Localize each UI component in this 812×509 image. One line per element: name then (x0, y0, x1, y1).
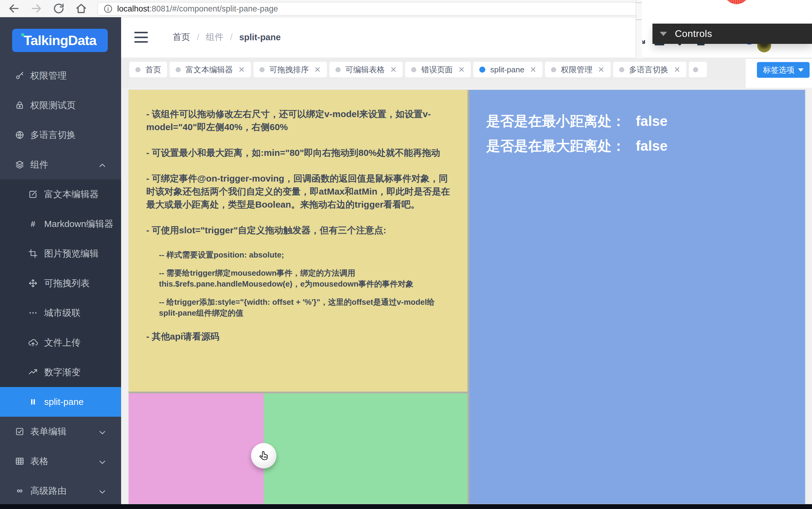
browser-back-icon[interactable] (8, 2, 20, 14)
controls-bar[interactable]: Controls (652, 24, 812, 44)
status-label: 是否是在最大距离处： (486, 138, 625, 154)
tab-dot-icon (479, 67, 485, 73)
sidebar-item-label: 可拖拽列表 (44, 277, 90, 290)
key-icon (14, 70, 25, 81)
sidebar-item-label: 数字渐变 (44, 366, 80, 379)
sidebar-item-表单编辑[interactable]: 表单编辑 (0, 417, 121, 446)
tab-label: 可拖拽排序 (269, 64, 309, 75)
status-label: 是否是在最小距离处： (486, 113, 625, 129)
caret-down-icon (798, 68, 804, 72)
tab-可拖拽排序[interactable]: 可拖拽排序✕ (253, 62, 327, 77)
tab-split-pane[interactable]: split-pane✕ (473, 62, 543, 77)
sidebar-item-label: 组件 (30, 159, 48, 171)
browser-refresh-icon[interactable] (53, 2, 65, 14)
sidebar: TalkingData 权限管理权限测试页多语言切换组件富文本编辑器#Markd… (0, 17, 121, 504)
sidebar-item-Markdown编辑器[interactable]: #Markdown编辑器 (0, 209, 121, 239)
tab-富文本编辑器[interactable]: 富文本编辑器✕ (169, 62, 251, 77)
tab-label: 可编辑表格 (346, 64, 385, 75)
tab-label: split-pane (490, 65, 524, 74)
breadcrumb-current: split-pane (239, 32, 281, 42)
globe-icon (14, 130, 25, 140)
browser-home-icon[interactable] (75, 2, 87, 14)
tab-多语言切换[interactable]: 多语言切换✕ (613, 62, 687, 77)
tab-错误页面[interactable]: 错误页面✕ (405, 62, 471, 77)
overlay-scrollbar[interactable] (636, 0, 642, 58)
split-drag-handle[interactable] (251, 443, 277, 469)
infinity-icon: ∞ (14, 486, 25, 496)
sidebar-nav: 权限管理权限测试页多语言切换组件富文本编辑器#Markdown编辑器图片预览编辑… (0, 61, 121, 506)
sidebar-item-label: 高级路由 (30, 485, 67, 497)
close-icon[interactable]: ✕ (458, 66, 465, 73)
screen: localhost:8081/#/component/split-pane-pa… (0, 0, 812, 509)
sidebar-item-label: 表格 (30, 455, 48, 468)
lock-icon (14, 100, 25, 110)
move-icon (28, 278, 38, 289)
close-icon[interactable]: ✕ (674, 66, 681, 73)
sidebar-item-组件[interactable]: 组件 (0, 150, 121, 179)
sidebar-item-多语言切换[interactable]: 多语言切换 (0, 120, 121, 150)
tab-dot-icon (693, 67, 698, 72)
tab-dot-icon (175, 67, 181, 72)
close-icon[interactable]: ✕ (314, 66, 321, 73)
doc-pane: - 该组件可以拖动修改左右尺寸，还可以绑定v-model来设置，如设置v-mod… (129, 90, 467, 392)
crop-icon (28, 248, 38, 259)
breadcrumb-component[interactable]: 组件 (206, 31, 223, 43)
tab-label: 错误页面 (421, 64, 453, 75)
tab-label: 多语言切换 (629, 64, 669, 75)
sidebar-item-表格[interactable]: 表格 (0, 446, 121, 476)
sidebar-item-权限测试页[interactable]: 权限测试页 (0, 91, 121, 120)
chevron-down-icon (97, 457, 105, 465)
url-text: localhost:8081/#/component/split-pane-pa… (117, 4, 278, 13)
sidebar-item-数字渐变[interactable]: 数字渐变 (0, 358, 121, 387)
svg-text:#: # (31, 219, 35, 229)
hamburger-menu-icon[interactable] (134, 32, 148, 43)
bottom-edge (0, 504, 812, 509)
tab-options-panel: 标签选项 (746, 59, 812, 88)
sidebar-item-label: 权限管理 (30, 70, 67, 82)
close-icon[interactable]: ✕ (598, 66, 605, 73)
sidebar-item-权限管理[interactable]: 权限管理 (0, 61, 121, 91)
disclosure-triangle-icon[interactable] (660, 32, 667, 36)
tab-dot-icon (259, 67, 265, 72)
overlay-panel (642, 0, 812, 24)
breadcrumb: 首页 / 组件 / split-pane (172, 17, 281, 58)
tab-label: 富文本编辑器 (186, 64, 233, 75)
scrollbar[interactable] (806, 88, 812, 504)
tab-dot-icon (551, 67, 556, 72)
sidebar-item-label: Markdown编辑器 (44, 218, 113, 230)
tab-权限管理[interactable]: 权限管理✕ (545, 62, 611, 77)
sidebar-item-图片预览编辑[interactable]: 图片预览编辑 (0, 239, 121, 268)
sidebar-item-label: 表单编辑 (30, 426, 67, 438)
close-icon[interactable]: ✕ (390, 66, 397, 73)
browser-forward-icon[interactable] (30, 2, 42, 14)
breadcrumb-home[interactable]: 首页 (172, 31, 190, 43)
pause-icon (28, 397, 38, 407)
tab-可编辑表格[interactable]: 可编辑表格✕ (329, 62, 403, 77)
doc-paragraph: - 该组件可以拖动修改左右尺寸，还可以绑定v-model来设置，如设置v-mod… (146, 107, 452, 133)
site-info-icon[interactable] (103, 4, 113, 13)
sidebar-item-城市级联[interactable]: 城市级联 (0, 298, 121, 328)
sidebar-item-split-pane[interactable]: split-pane (0, 387, 121, 417)
trending-icon (28, 367, 38, 377)
sidebar-item-label: 权限测试页 (30, 99, 76, 112)
sidebar-item-高级路由[interactable]: ∞高级路由 (0, 476, 121, 506)
sidebar-item-label: 多语言切换 (30, 129, 76, 141)
tab-dot-icon (135, 67, 140, 72)
doc-paragraph: -- 需要给trigger绑定mousedown事件，绑定的方法调用 this.… (159, 268, 452, 289)
tab-partial[interactable] (689, 62, 707, 77)
sidebar-item-可拖拽列表[interactable]: 可拖拽列表 (0, 268, 121, 298)
tab-options-button[interactable]: 标签选项 (757, 62, 810, 78)
close-icon[interactable]: ✕ (238, 66, 245, 73)
logo[interactable]: TalkingData (12, 29, 108, 52)
tab-dot-icon (335, 67, 340, 72)
tab-首页[interactable]: 首页 (129, 62, 167, 77)
sidebar-item-富文本编辑器[interactable]: 富文本编辑器 (0, 179, 121, 209)
status-line: 是否是在最大距离处：false (486, 133, 805, 158)
close-icon[interactable]: ✕ (530, 66, 537, 73)
blue-pane: 是否是在最小距离处：false是否是在最大距离处：false (469, 90, 805, 504)
sidebar-item-文件上传[interactable]: 文件上传 (0, 328, 121, 358)
compose-icon (28, 189, 38, 199)
doc-paragraph: -- 样式需要设置position: absolute; (159, 249, 452, 260)
sidebar-item-label: 城市级联 (44, 307, 80, 319)
chevron-down-icon (97, 487, 105, 495)
